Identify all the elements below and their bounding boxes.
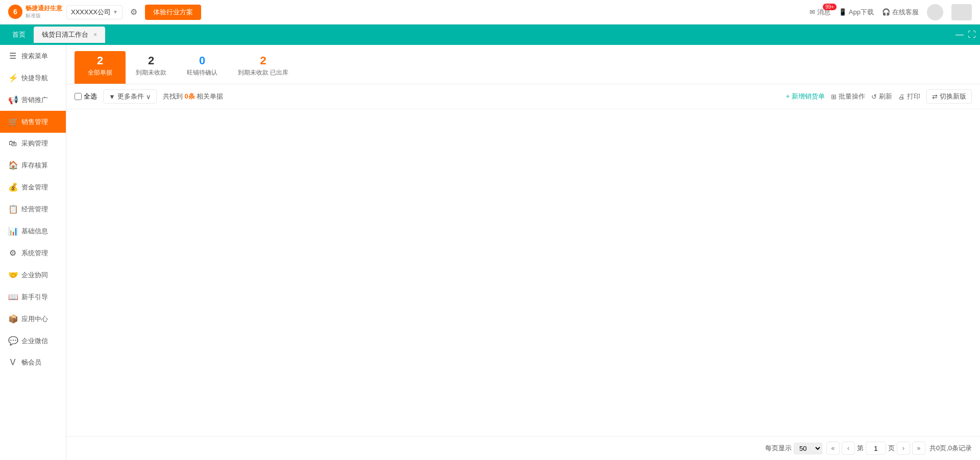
sidebar-item-operations[interactable]: 📋 经营管理 [0, 198, 66, 220]
sidebar-item-wechat[interactable]: 💬 企业微信 [0, 330, 66, 352]
more-filter-button[interactable]: ▼ 更多条件 ∨ [103, 89, 157, 104]
sidebar-item-quicknav[interactable]: ⚡ 快捷导航 [0, 67, 66, 89]
online-service-label: 在线客服 [892, 8, 919, 17]
sidebar-item-finance-label: 资金管理 [21, 183, 48, 192]
batch-icon: ⊞ [831, 93, 837, 101]
tab-home[interactable]: 首页 [4, 27, 34, 43]
sidebar-item-guide[interactable]: 📖 新手引导 [0, 286, 66, 308]
filter-tab-overdue[interactable]: 2 到期未收款 [126, 51, 177, 84]
toolbar-left: 全选 ▼ 更多条件 ∨ 共找到 0条 相关单据 [75, 89, 223, 104]
last-page-button[interactable]: » [912, 442, 925, 455]
operations-icon: 📋 [8, 204, 17, 214]
current-page-input[interactable] [866, 442, 886, 455]
sidebar: ☰ 搜索菜单 ⚡ 快捷导航 📢 营销推广 🛒 销售管理 🛍 采购管理 🏠 库存核… [0, 45, 66, 460]
select-all-checkbox[interactable]: 全选 [75, 92, 97, 101]
sidebar-item-enterprise[interactable]: 🤝 企业协同 [0, 264, 66, 286]
online-service-item[interactable]: 🎧 在线客服 [882, 8, 919, 17]
message-item[interactable]: ✉ 消息 99+ [810, 8, 830, 17]
sidebar-item-app-center[interactable]: 📦 应用中心 [0, 308, 66, 330]
sidebar-item-basic-info[interactable]: 📊 基础信息 [0, 220, 66, 242]
search-menu-icon: ☰ [8, 51, 17, 61]
sidebar-item-enterprise-label: 企业协同 [21, 271, 48, 280]
header-right: ✉ 消息 99+ 📱 App下载 🎧 在线客服 [810, 4, 972, 20]
sidebar-item-basic-info-label: 基础信息 [21, 227, 48, 236]
batch-operation-button[interactable]: ⊞ 批量操作 [831, 92, 865, 101]
quicknav-icon: ⚡ [8, 73, 17, 83]
tab-maximize-button[interactable]: ⛶ [968, 30, 976, 39]
filter-tab-wangpu-count: 0 [199, 54, 205, 67]
sidebar-item-member[interactable]: V 畅会员 [0, 352, 66, 373]
filter-tab-shipped-count: 2 [260, 54, 266, 67]
prev-page-button[interactable]: ‹ [842, 442, 855, 455]
filter-tab-overdue-count: 2 [148, 54, 154, 67]
download-icon: 📱 [839, 8, 847, 16]
sidebar-item-search[interactable]: ☰ 搜索菜单 [0, 45, 66, 67]
message-badge: 99+ [823, 4, 837, 10]
filter-btn-label: 更多条件 [117, 92, 144, 101]
filter-chevron-icon: ∨ [146, 93, 151, 101]
sidebar-item-guide-label: 新手引导 [21, 293, 48, 302]
pagination-bar: 每页显示 50 100 « ‹ 第 页 › » 共0页,0条记录 [66, 436, 980, 460]
avatar[interactable] [927, 4, 943, 20]
sidebar-item-purchase-label: 采购管理 [21, 139, 48, 148]
select-all-input[interactable] [75, 93, 82, 100]
system-icon: ⚙ [8, 248, 17, 258]
page-label: 第 [857, 444, 864, 453]
sidebar-item-member-label: 畅会员 [21, 358, 41, 367]
tab-minimize-button[interactable]: — [955, 30, 964, 39]
page-size-selector: 每页显示 50 100 [765, 443, 822, 454]
inventory-icon: 🏠 [8, 160, 17, 170]
sidebar-item-inventory[interactable]: 🏠 库存核算 [0, 154, 66, 176]
app-download-label: App下载 [849, 8, 874, 17]
filter-tab-wangpu-label: 旺铺待确认 [187, 68, 217, 77]
sidebar-item-finance[interactable]: 💰 资金管理 [0, 176, 66, 198]
switch-icon: ⇄ [932, 93, 938, 101]
sidebar-item-sales[interactable]: 🛒 销售管理 [0, 111, 66, 133]
tab-workbench[interactable]: 钱货日清工作台 × [34, 27, 105, 43]
message-icon: ✉ [810, 8, 815, 16]
next-page-button[interactable]: › [897, 442, 910, 455]
app-download-item[interactable]: 📱 App下载 [839, 8, 874, 17]
found-text: 共找到 0条 相关单据 [163, 92, 223, 101]
sidebar-item-quicknav-label: 快捷导航 [21, 74, 48, 83]
toolbar: 全选 ▼ 更多条件 ∨ 共找到 0条 相关单据 + 新增销货单 ⊞ 批量操作 [66, 84, 980, 109]
sidebar-item-app-center-label: 应用中心 [21, 314, 48, 324]
header-left: 6 畅捷通好生意 标准版 XXXXXX公司 ▼ ⚙ 体验行业方案 [8, 5, 201, 20]
filter-tab-all[interactable]: 2 全部单据 [75, 51, 126, 84]
switch-version-button[interactable]: ⇄ 切换新版 [926, 89, 972, 104]
sidebar-item-system[interactable]: ⚙ 系统管理 [0, 242, 66, 264]
refresh-label: 刷新 [879, 92, 892, 101]
member-icon: V [8, 358, 17, 367]
per-page-select[interactable]: 50 100 [794, 443, 822, 454]
filter-icon: ▼ [109, 93, 115, 101]
filter-tab-shipped[interactable]: 2 到期未收款 已出库 [228, 51, 299, 84]
sidebar-item-inventory-label: 库存核算 [21, 161, 48, 170]
table-area [66, 109, 980, 436]
filter-tab-shipped-label: 到期未收款 已出库 [238, 68, 288, 77]
print-button[interactable]: 🖨 打印 [898, 92, 920, 101]
filter-tab-all-count: 2 [97, 54, 103, 67]
print-label: 打印 [907, 92, 920, 101]
basic-info-icon: 📊 [8, 226, 17, 236]
filter-tab-overdue-label: 到期未收款 [136, 68, 166, 77]
filter-tabs: 2 全部单据 2 到期未收款 0 旺铺待确认 2 到期未收款 已出库 [66, 45, 980, 84]
sidebar-item-marketing[interactable]: 📢 营销推广 [0, 89, 66, 111]
company-selector[interactable]: XXXXXX公司 ▼ [66, 5, 122, 19]
per-page-label: 每页显示 [765, 444, 792, 453]
settings-icon[interactable]: ⚙ [127, 5, 141, 19]
filter-tab-wangpu[interactable]: 0 旺铺待确认 [177, 51, 228, 84]
refresh-button[interactable]: ↺ 刷新 [871, 92, 892, 101]
first-page-button[interactable]: « [826, 442, 840, 455]
tab-close-icon[interactable]: × [93, 31, 97, 38]
sidebar-item-search-label: 搜索菜单 [21, 52, 48, 61]
sidebar-item-purchase[interactable]: 🛍 采购管理 [0, 133, 66, 154]
logo-text-area: 畅捷通好生意 标准版 [26, 5, 62, 19]
switch-label: 切换新版 [940, 92, 966, 101]
page-navigation: « ‹ 第 页 › » [826, 442, 925, 455]
trial-button[interactable]: 体验行业方案 [145, 5, 201, 20]
add-sale-button[interactable]: + 新增销货单 [786, 92, 825, 101]
purchase-icon: 🛍 [8, 139, 17, 148]
dropdown-arrow-icon: ▼ [113, 9, 118, 15]
marketing-icon: 📢 [8, 95, 17, 105]
refresh-icon: ↺ [871, 93, 877, 101]
